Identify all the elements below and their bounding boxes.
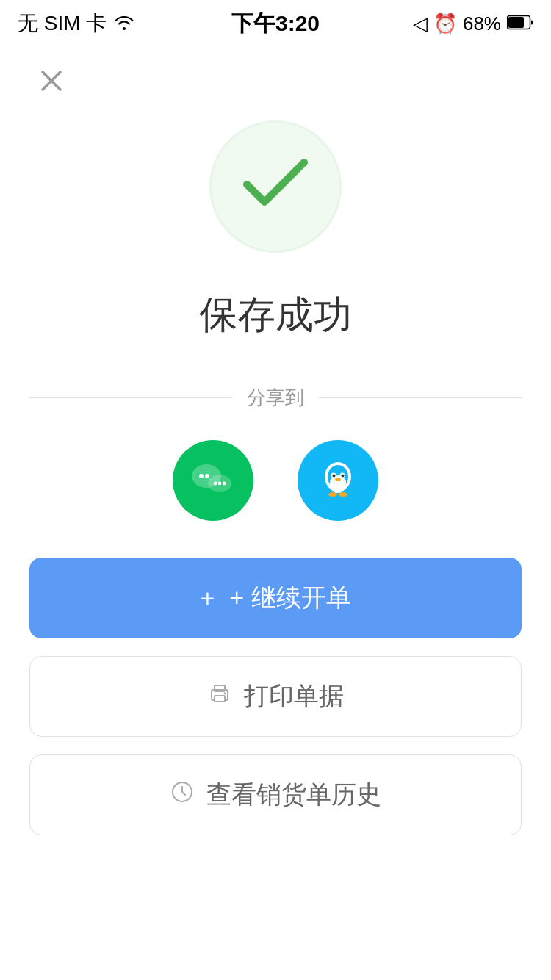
check-icon bbox=[242, 154, 309, 220]
svg-point-20 bbox=[339, 492, 347, 497]
close-button[interactable] bbox=[29, 59, 73, 103]
status-left: 无 SIM 卡 bbox=[18, 10, 134, 37]
history-button[interactable]: 查看销货单历史 bbox=[29, 754, 522, 835]
continue-icon: + bbox=[200, 584, 215, 613]
share-wechat-button[interactable] bbox=[173, 440, 253, 521]
svg-point-5 bbox=[199, 474, 204, 478]
share-label: 分享到 bbox=[247, 385, 304, 411]
battery-icon bbox=[507, 12, 533, 35]
main-content: 保存成功 分享到 bbox=[0, 47, 551, 835]
svg-point-17 bbox=[342, 475, 345, 478]
share-section: 分享到 bbox=[0, 385, 551, 521]
svg-point-21 bbox=[331, 481, 345, 493]
battery-percent: 68% bbox=[463, 12, 501, 35]
print-icon bbox=[207, 681, 232, 712]
svg-point-10 bbox=[223, 482, 226, 486]
status-right: ◁ ⏰ 68% bbox=[413, 12, 533, 35]
wifi-icon bbox=[114, 12, 134, 35]
continue-label: + 继续开单 bbox=[229, 581, 350, 615]
svg-point-16 bbox=[333, 475, 336, 478]
divider-line-right bbox=[319, 397, 522, 398]
alarm-icon: ⏰ bbox=[433, 12, 457, 35]
svg-rect-24 bbox=[215, 696, 225, 702]
continue-button[interactable]: + + 继续开单 bbox=[29, 558, 522, 638]
svg-point-8 bbox=[214, 482, 217, 486]
svg-point-18 bbox=[335, 478, 341, 482]
svg-point-25 bbox=[224, 693, 226, 695]
svg-point-9 bbox=[218, 482, 222, 486]
location-icon: ◁ bbox=[413, 12, 428, 35]
share-qq-button[interactable] bbox=[298, 440, 378, 521]
print-button[interactable]: 打印单据 bbox=[29, 656, 522, 737]
no-sim-text: 无 SIM 卡 bbox=[18, 10, 107, 37]
divider-line-left bbox=[29, 397, 232, 398]
status-bar: 无 SIM 卡 下午3:20 ◁ ⏰ 68% bbox=[0, 0, 551, 47]
success-title: 保存成功 bbox=[199, 289, 352, 341]
success-icon-circle bbox=[209, 120, 342, 253]
svg-point-6 bbox=[205, 474, 209, 478]
print-label: 打印单据 bbox=[244, 680, 344, 713]
history-icon bbox=[170, 779, 195, 810]
svg-rect-1 bbox=[508, 17, 524, 28]
share-buttons bbox=[29, 440, 522, 521]
status-time: 下午3:20 bbox=[231, 9, 320, 39]
action-buttons: + + 继续开单 打印单据 查看销货单历 bbox=[0, 558, 551, 835]
share-divider: 分享到 bbox=[29, 385, 522, 411]
history-label: 查看销货单历史 bbox=[206, 778, 381, 812]
svg-point-19 bbox=[328, 492, 337, 497]
